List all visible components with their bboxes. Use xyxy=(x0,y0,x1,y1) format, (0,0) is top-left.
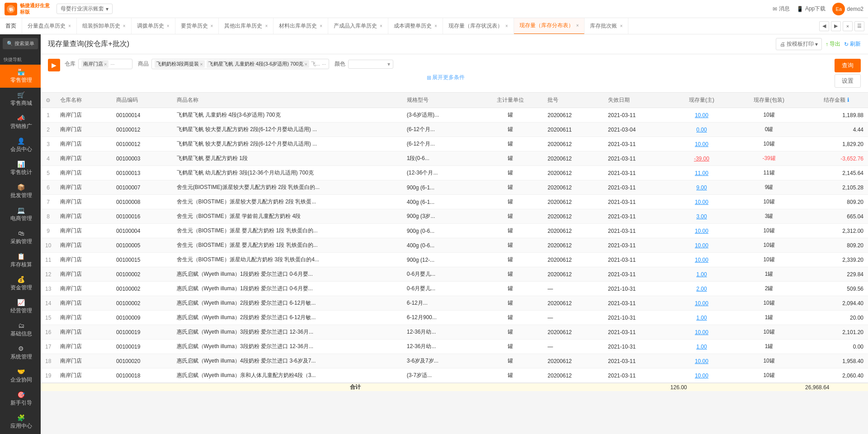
tab-cost-adjust[interactable]: 成本调整单历史 × xyxy=(388,18,443,34)
row-expire: 2021-03-11 xyxy=(604,137,670,151)
tab-controls: ◀ ▶ × ☰ xyxy=(816,21,868,31)
row-spec: (12-36个月... xyxy=(402,166,477,180)
sidebar-item-purchase[interactable]: 🛍 采购管理 xyxy=(0,226,41,249)
product-filter-dots[interactable]: ··· xyxy=(322,61,326,67)
sidebar-label: 新手引导 xyxy=(4,399,38,407)
tab-split-history[interactable]: 分量盘点单历史 × xyxy=(22,18,77,34)
close-icon[interactable]: × xyxy=(576,23,579,28)
sidebar-item-system[interactable]: ⚙ 系统管理 xyxy=(0,341,41,364)
close-icon[interactable]: × xyxy=(211,24,213,28)
color-filter-input[interactable]: ▾ xyxy=(348,60,393,69)
row-spec: 0-6月婴儿... xyxy=(402,267,477,282)
column-settings-icon[interactable]: ⚙ xyxy=(46,97,51,104)
remove-product2-icon[interactable]: × xyxy=(304,61,307,67)
print-btn[interactable]: 🖨 按模板打印 ▾ xyxy=(776,38,822,50)
settings-btn[interactable]: 设置 xyxy=(835,74,861,88)
sidebar-item-ecommerce[interactable]: 💻 电商管理 xyxy=(0,203,41,226)
tab-material-out[interactable]: 材料出库单历史 × xyxy=(274,18,328,34)
row-batch: 20200612 xyxy=(543,209,603,224)
username: demo2 xyxy=(847,6,863,12)
col-name: 商品名称 xyxy=(172,93,402,108)
product-tag-container[interactable]: 飞鹤奶粉3段两提装 × 飞鹤星飞帆 儿童奶粉 4段(3-6岁适用) 700克 ×… xyxy=(151,59,329,69)
export-btn[interactable]: ↑ 导出 xyxy=(826,40,840,48)
filter-more-dots[interactable]: ··· xyxy=(110,61,114,67)
row-amount: 809.20 xyxy=(805,238,868,253)
tab-scroll-left[interactable]: ◀ xyxy=(819,21,829,31)
tab-other-out[interactable]: 其他出库单历史 × xyxy=(219,18,274,34)
row-amount: 809.20 xyxy=(805,195,868,209)
product-filter-more[interactable]: 飞... xyxy=(311,61,320,67)
sidebar-item-member[interactable]: 👤 会员中心 xyxy=(0,134,41,157)
sidebar-item-wholesale[interactable]: 📦 批发管理 xyxy=(0,180,41,203)
sidebar-item-guide[interactable]: 🎯 新手引导 xyxy=(0,387,41,410)
sidebar-item-apps[interactable]: 🧩 应用中心 xyxy=(0,410,41,434)
tab-home[interactable]: 首页 xyxy=(0,18,22,34)
row-spec: 6-12月... xyxy=(402,296,477,311)
org-selector[interactable]: 母婴行业演示账套 ▾ xyxy=(57,4,113,14)
sidebar-item-inventory[interactable]: 📋 库存核算 xyxy=(0,249,41,272)
expand-conditions-btn[interactable]: ⊞ 展开更多条件 xyxy=(427,74,465,81)
row-code: 00100018 xyxy=(112,368,172,383)
footer-total-qty: 126.00 xyxy=(670,383,733,391)
close-icon[interactable]: × xyxy=(167,24,170,28)
printer-icon: 🖨 xyxy=(780,41,785,47)
message-btn[interactable]: ✉ 消息 xyxy=(773,5,790,13)
user-area[interactable]: Ea demo2 xyxy=(832,3,863,15)
tab-label: 成本调整单历史 xyxy=(394,22,432,30)
sidebar-label: 零售管理 xyxy=(4,76,38,84)
warehouse-tag-container[interactable]: 南岸门店 × ··· xyxy=(78,59,132,69)
close-icon[interactable]: × xyxy=(505,24,508,28)
tab-scroll-right[interactable]: ▶ xyxy=(831,21,841,31)
tab-close-current[interactable]: × xyxy=(843,21,853,31)
row-name: 惠氏启赋（Wyeth illuma）亲和人体儿童配方奶粉4段（3... xyxy=(172,368,402,383)
sidebar-label: 库存核算 xyxy=(4,261,38,269)
tab-stock-status[interactable]: 现存量（库存状况表） × xyxy=(443,18,514,34)
row-qty-pkg: 3罐 xyxy=(733,209,805,224)
tab-label: 材料出库单历史 xyxy=(279,22,317,30)
tab-order[interactable]: 要货单历史 × xyxy=(175,18,219,34)
tab-stock-dist[interactable]: 现存量（库存分布表） × xyxy=(514,18,585,34)
sidebar-item-enterprise[interactable]: 🤝 企业协同 xyxy=(0,364,41,387)
tab-product-in[interactable]: 产成品入库单历史 × xyxy=(328,18,388,34)
inventory-table: ⚙ 仓库名称 商品编码 商品名称 规格型号 主计量单位 批号 失效日期 现存量(… xyxy=(41,93,868,391)
remove-product1-icon[interactable]: × xyxy=(200,61,203,67)
refresh-btn[interactable]: ↻ 刷新 xyxy=(844,40,861,48)
query-btn[interactable]: 查询 xyxy=(835,59,861,72)
amount-info-icon[interactable]: ℹ xyxy=(847,97,849,103)
tab-transfer[interactable]: 调拨单历史 × xyxy=(132,18,175,34)
sidebar-item-retail[interactable]: 🏪 零售管理 xyxy=(0,65,41,88)
remove-warehouse-icon[interactable]: × xyxy=(104,61,107,67)
search-menu-btn[interactable]: 🔍 搜索菜单 xyxy=(3,38,38,49)
row-expire: 2021-10-31 xyxy=(604,282,670,296)
close-icon[interactable]: × xyxy=(434,24,437,28)
close-icon[interactable]: × xyxy=(123,24,126,28)
sidebar-label: 采购管理 xyxy=(4,238,38,245)
close-icon[interactable]: × xyxy=(380,24,382,28)
row-spec: (6-12个月... xyxy=(402,137,477,151)
sidebar-item-stats[interactable]: 📊 零售统计 xyxy=(0,157,41,180)
app-download-btn[interactable]: 📱 App下载 xyxy=(797,5,826,13)
home-label: 首页 xyxy=(5,22,16,30)
tab-disassemble[interactable]: 组装拆卸单历史 × xyxy=(77,18,132,34)
row-qty-pkg: 1罐 xyxy=(733,267,805,282)
org-name: 母婴行业演示账套 xyxy=(61,5,104,13)
sidebar-item-marketing[interactable]: 📣 营销推广 xyxy=(0,111,41,134)
close-icon[interactable]: × xyxy=(620,24,623,28)
row-num: 18 xyxy=(41,354,56,368)
close-icon[interactable]: × xyxy=(265,24,268,28)
row-amount: 2,060.40 xyxy=(805,368,868,383)
row-name: 惠氏启赋（Wyeth illuma）3段奶粉 爱尔兰进口 12-36月... xyxy=(172,340,402,354)
close-icon[interactable]: × xyxy=(68,24,71,28)
sidebar-item-finance[interactable]: 💰 资金管理 xyxy=(0,272,41,295)
sidebar-item-operation[interactable]: 📈 经营管理 xyxy=(0,295,41,318)
color-dropdown-icon[interactable]: ▾ xyxy=(387,61,390,67)
tab-batch[interactable]: 库存批次账 × xyxy=(585,18,628,34)
tab-menu[interactable]: ☰ xyxy=(854,21,864,31)
close-icon[interactable]: × xyxy=(320,24,322,28)
col-qty-pkg: 现存量(包装) xyxy=(733,93,805,108)
filter-toggle-btn[interactable]: ▶ xyxy=(48,59,60,71)
sidebar-item-basic[interactable]: 🗂 基础信息 xyxy=(0,318,41,341)
color-filter: 颜色 ▾ xyxy=(335,60,393,69)
row-qty-pkg: 10罐 xyxy=(733,296,805,311)
sidebar-item-shop[interactable]: 🛒 零售商城 xyxy=(0,88,41,111)
